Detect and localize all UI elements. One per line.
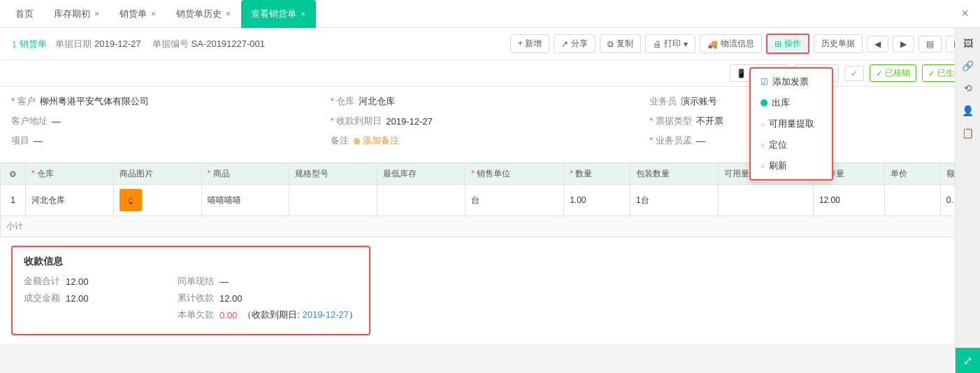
tab-home[interactable]: 首页: [6, 0, 44, 28]
row-warehouse: 河北仓库: [26, 185, 114, 216]
tab-view-sales-close[interactable]: ×: [301, 9, 305, 19]
doc-header: ↕ 销货单 单据日期 2019-12-27 单据编号 SA-20191227-0…: [0, 28, 980, 60]
project-value: —: [34, 136, 43, 146]
remark-field: 备注 ⊕ 添加备注: [331, 134, 650, 147]
tab-sales-order-close[interactable]: ×: [151, 9, 156, 19]
subtotal-row: 小计: [1, 216, 980, 237]
tab-sales-history-close[interactable]: ×: [226, 9, 231, 19]
address-field: 客户地址 —: [11, 115, 331, 127]
print-icon: 🖨: [653, 39, 661, 49]
cumulative-payment-field: 累计收款 12.00: [178, 292, 303, 304]
window-close-button[interactable]: ×: [956, 6, 974, 21]
copy-icon: ⧉: [607, 39, 614, 49]
payment-row-3: 本单欠款 0.00 （收款到期日: 2019-12-27）: [24, 309, 358, 321]
row-unit-price: [885, 185, 940, 216]
row-sales-unit: 台: [465, 185, 563, 216]
effective-icon: ✓: [928, 69, 935, 78]
verified-button[interactable]: ✓ 已核销: [870, 64, 916, 82]
payment-date-value: 2019-12-27: [386, 116, 433, 127]
product-thumbnail: 🧯: [120, 189, 142, 211]
cumulative-payment-value: 12.00: [219, 293, 243, 304]
payment-info-panel: 收款信息 金额合计 12.00 同单现结 — 成交金额 12.00: [11, 246, 370, 335]
print-dropdown-arrow: ▾: [684, 39, 688, 49]
tab-view-sales[interactable]: 查看销货单 ×: [241, 0, 316, 28]
sidebar-link-icon[interactable]: 🔗: [958, 56, 978, 76]
remark-label: 备注: [331, 134, 349, 147]
payment-row-2: 成交金额 12.00 累计收款 12.00: [24, 292, 358, 304]
row-product: 嘻嘻嘻嘻: [201, 185, 289, 216]
doc-number-field: 单据编号 SA-20191227-001: [152, 38, 266, 50]
dropdown-available-qty-label: 可用量提取: [769, 118, 814, 130]
salesperson-value: 演示账号: [681, 95, 717, 108]
sidebar-list-icon[interactable]: 📋: [958, 123, 978, 143]
toolbar: + 新增 ↗ 分享 ⧉ 复制 🖨 打印 ▾ 🚚 物流信息: [510, 34, 969, 54]
grid-icon: ⊞: [774, 39, 781, 49]
warehouse-value: 河北仓库: [359, 95, 395, 108]
sidebar-image-icon[interactable]: 🖼: [958, 34, 978, 53]
doc-date-field: 单据日期 2019-12-27: [55, 38, 141, 50]
ticket-type-value: 不开票: [696, 115, 723, 127]
total-amount-value: 12.00: [66, 276, 89, 287]
new-button[interactable]: + 新增: [510, 34, 549, 53]
row-product-img: 🧯: [113, 185, 201, 216]
dropdown-refresh-label: 刷新: [769, 160, 787, 172]
balance-extra: （收款到期日: 2019-12-27）: [243, 309, 358, 321]
deal-amount-label: 成交金额: [24, 292, 60, 304]
row-quantity: 1.00: [564, 185, 630, 216]
customer-value: 柳州粤港平安气体有限公司: [40, 95, 149, 108]
sidebar-expand-icon[interactable]: ⤢: [956, 348, 981, 373]
dropdown-outbound-label: 出库: [772, 97, 790, 109]
row-min-stock: [377, 185, 466, 216]
checkbox-icon: ☑: [761, 77, 768, 87]
doc-icon: ↕ 销货单: [11, 38, 47, 50]
history-button[interactable]: 历史单据: [814, 34, 863, 53]
locate-empty-icon: ○: [761, 141, 765, 149]
dropdown-locate[interactable]: ○ 定位: [751, 134, 832, 155]
nav-prev[interactable]: ◀: [867, 36, 888, 52]
print-button[interactable]: 🖨 打印 ▾: [645, 34, 696, 53]
check-icon-btn[interactable]: ✓: [844, 66, 864, 81]
view-table[interactable]: ▤: [918, 36, 942, 52]
sidebar-user-icon[interactable]: 👤: [958, 101, 978, 120]
dropdown-outbound[interactable]: 出库: [751, 92, 832, 113]
total-amount-label: 金额合计: [24, 275, 60, 288]
address-label: 客户地址: [11, 115, 48, 127]
project-label: 项目: [11, 134, 29, 147]
row-pack-qty: 1台: [630, 185, 719, 216]
same-order-settle-field: 同单现结 —: [178, 275, 303, 288]
same-order-value: —: [219, 276, 229, 287]
tab-inventory-init-close[interactable]: ×: [94, 9, 99, 19]
copy-button[interactable]: ⧉ 复制: [600, 34, 641, 53]
row-seq: 1: [1, 185, 26, 216]
verified-icon: ✓: [876, 69, 883, 78]
address-value: —: [52, 116, 61, 127]
balance-value: 0.00: [219, 310, 237, 321]
tab-sales-history-label: 销货单历史: [176, 8, 222, 20]
right-sidebar: 🖼 🔗 ⟲ 👤 📋 ⤢: [955, 28, 980, 373]
operations-button[interactable]: ⊞ 操作: [766, 34, 809, 54]
doc-title-area: ↕ 销货单 单据日期 2019-12-27 单据编号 SA-20191227-0…: [11, 38, 510, 50]
logistics-button[interactable]: 🚚 物流信息: [700, 34, 762, 53]
col-sales-unit: 销售单位: [465, 164, 563, 185]
share-button[interactable]: ↗ 分享: [554, 34, 596, 53]
nav-next[interactable]: ▶: [893, 36, 914, 52]
ticket-type-label: 票据类型: [649, 115, 692, 127]
check-icon: ✓: [851, 69, 858, 78]
dropdown-locate-label: 定位: [769, 139, 787, 151]
table-row: 1 河北仓库 🧯 嘻嘻嘻嘻 台 1.00 1台 12.00: [1, 185, 980, 216]
truck-icon: 🚚: [707, 39, 718, 49]
col-gear: ⚙: [1, 164, 26, 185]
tab-sales-order[interactable]: 销货单 ×: [110, 0, 166, 28]
dropdown-available-qty[interactable]: ○ 可用量提取: [751, 113, 832, 134]
sidebar-refresh-icon[interactable]: ⟲: [958, 78, 978, 98]
dropdown-add-invoice[interactable]: ☑ 添加发票: [751, 71, 832, 92]
col-warehouse: 仓库: [26, 164, 114, 185]
col-spec: 规格型号: [289, 164, 377, 185]
col-unit-price: 单价: [885, 164, 940, 185]
dropdown-refresh[interactable]: ○ 刷新: [751, 155, 832, 176]
balance-label: 本单欠款: [178, 309, 214, 321]
tab-sales-history[interactable]: 销货单历史 ×: [166, 0, 241, 28]
payment-title: 收款信息: [24, 255, 358, 268]
add-remark-button[interactable]: ⊕ 添加备注: [353, 134, 399, 147]
tab-inventory-init[interactable]: 库存期初 ×: [44, 0, 110, 28]
